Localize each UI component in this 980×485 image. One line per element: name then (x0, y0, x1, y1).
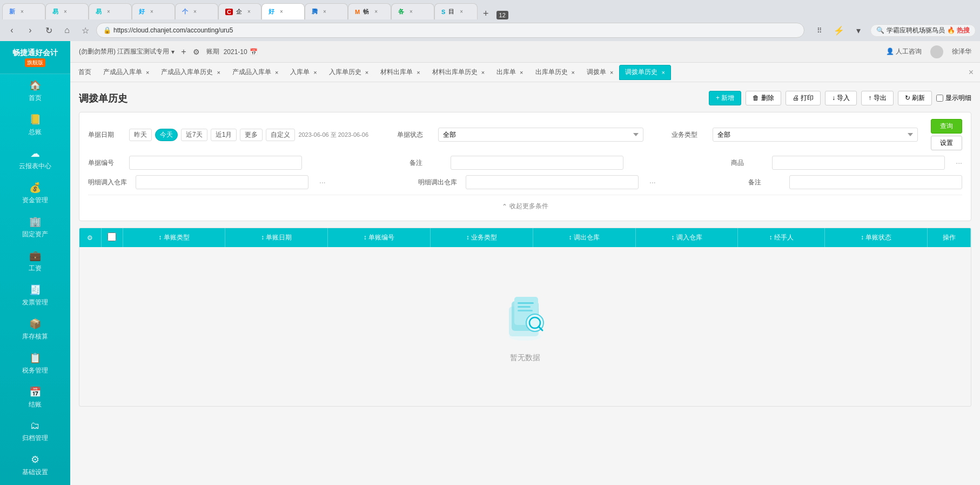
col-checkbox[interactable] (101, 228, 123, 247)
tab-close-outboundh[interactable]: × (481, 69, 485, 76)
page-tab-inboundh[interactable]: 入库单历史 × (323, 65, 374, 80)
col-biztype[interactable]: ↕ 业务类型 (430, 228, 533, 247)
date-btn-custom[interactable]: 自定义 (266, 129, 295, 141)
forward-button[interactable]: › (23, 23, 38, 38)
extensions-button[interactable]: ⠿ (812, 23, 827, 38)
status-select[interactable]: 全部 (438, 128, 643, 142)
tab-close-transfer[interactable]: × (610, 69, 613, 76)
browser-tab-4[interactable]: 好 × (132, 3, 175, 19)
col-date[interactable]: ↕ 单账日期 (225, 228, 328, 247)
browser-tab-7[interactable]: 好 × (261, 3, 305, 19)
col-type[interactable]: ↕ 单账类型 (123, 228, 225, 247)
page-tab-out2h[interactable]: 出库单历史 × (529, 65, 581, 80)
billno-input[interactable] (129, 156, 302, 170)
sidebar-item-home[interactable]: 🏠 首页 (0, 74, 70, 108)
display-detail-label[interactable]: 显示明细 (936, 94, 971, 103)
page-tab-out2[interactable]: 出库单 × (491, 65, 529, 80)
tab-close-7[interactable]: × (280, 9, 283, 15)
settings-header-button[interactable]: ⚙ (193, 48, 200, 56)
page-tab-transfer[interactable]: 调拨单 × (581, 65, 619, 80)
sidebar-item-wages[interactable]: 💼 工资 (0, 244, 70, 278)
bookmark-button[interactable]: ☆ (78, 23, 93, 38)
col-handler[interactable]: ↕ 经手人 (738, 228, 825, 247)
out-wh-input[interactable] (466, 175, 639, 189)
browser-tab-11[interactable]: S 目 × (434, 3, 478, 19)
new-tab-button[interactable]: + (478, 8, 494, 19)
sidebar-item-close[interactable]: 📅 结账 (0, 381, 70, 415)
tab-close-outbound[interactable]: × (417, 69, 420, 76)
browser-tab-8[interactable]: 腾 × (305, 3, 348, 19)
browser-tab-6[interactable]: C 企 × (218, 3, 261, 19)
in-wh-input[interactable] (136, 175, 308, 189)
close-all-button[interactable]: × (964, 68, 978, 77)
select-all-checkbox[interactable] (108, 232, 116, 241)
home-nav-button[interactable]: ⌂ (59, 23, 75, 38)
tab-close-9[interactable]: × (374, 9, 378, 15)
goods-input[interactable] (772, 156, 945, 170)
tab-close-10[interactable]: × (410, 9, 413, 15)
col-out-wh[interactable]: ↕ 调出仓库 (533, 228, 635, 247)
sidebar-item-tax[interactable]: 📋 税务管理 (0, 347, 70, 381)
dropdown-button[interactable]: ▾ (851, 23, 866, 38)
import-button[interactable]: ↓ 导入 (825, 91, 857, 105)
export-button[interactable]: ↑ 导出 (861, 91, 893, 105)
browser-tab-1[interactable]: 新 × (2, 3, 45, 19)
date-btn-yesterday[interactable]: 昨天 (129, 129, 152, 141)
back-button[interactable]: ‹ (4, 23, 19, 38)
col-billno[interactable]: ↕ 单账编号 (328, 228, 431, 247)
add-company-button[interactable]: + (181, 47, 186, 57)
note-input[interactable] (451, 156, 623, 170)
company-selector[interactable]: (勿删勿禁用) 江西服宝测试专用 ▾ (79, 47, 174, 56)
goods-more-btn[interactable]: ··· (956, 158, 962, 167)
col-gear[interactable]: ⚙ (79, 228, 101, 247)
tab-close-transferh[interactable]: × (661, 69, 664, 76)
tab-close-inboundh[interactable]: × (365, 69, 368, 76)
sidebar-item-inventory[interactable]: 📦 库存核算 (0, 313, 70, 347)
tab-close-11[interactable]: × (460, 9, 463, 15)
setting-button[interactable]: 设置 (931, 136, 962, 150)
browser-tab-2[interactable]: 易 × (45, 3, 89, 19)
period-selector[interactable]: 账期 2021-10 📅 (206, 47, 258, 56)
refresh-nav-button[interactable]: ↻ (41, 23, 56, 38)
browser-tab-10[interactable]: 各 × (391, 3, 434, 19)
tab-close-ruku2[interactable]: × (275, 69, 278, 76)
query-button[interactable]: 查询 (931, 119, 962, 134)
lightning-button[interactable]: ⚡ (831, 23, 847, 38)
note2-input[interactable] (789, 175, 962, 189)
sidebar-item-reports[interactable]: ☁ 云报表中心 (0, 142, 70, 176)
page-tab-ruku1[interactable]: 产成品入库单 × (97, 65, 155, 80)
delete-button[interactable]: 🗑 删除 (746, 91, 781, 105)
display-detail-checkbox[interactable] (936, 95, 943, 102)
tab-close-ruku1[interactable]: × (146, 69, 149, 76)
date-btn-today[interactable]: 今天 (155, 129, 178, 141)
biztype-select[interactable]: 全部 (713, 128, 918, 142)
browser-tab-9[interactable]: M 畅 × (348, 3, 391, 19)
sidebar-item-finance[interactable]: 💰 资金管理 (0, 176, 70, 210)
browser-tab-5[interactable]: 个 × (175, 3, 218, 19)
browser-tab-3[interactable]: 易 × (89, 3, 132, 19)
out-wh-more-btn[interactable]: ··· (649, 178, 656, 187)
tab-close-1[interactable]: × (21, 9, 24, 15)
col-status[interactable]: ↕ 单账状态 (825, 228, 928, 247)
sidebar-item-archive[interactable]: 🗂 归档管理 (0, 415, 70, 448)
sidebar-item-assets[interactable]: 🏢 固定资产 (0, 210, 70, 244)
page-tab-transferh[interactable]: 调拨单历史 × (619, 65, 670, 80)
sidebar-item-settings[interactable]: ⚙ 基础设置 (0, 448, 70, 482)
sidebar-item-invoice[interactable]: 🧾 发票管理 (0, 278, 70, 313)
user-service-link[interactable]: 👤 人工咨询 (886, 47, 922, 56)
page-tab-outbound[interactable]: 材料出库单 × (374, 65, 426, 80)
print-button[interactable]: 🖨 打印 (786, 91, 821, 105)
tab-close-out2h[interactable]: × (572, 69, 575, 76)
col-in-wh[interactable]: ↕ 调入仓库 (635, 228, 738, 247)
page-tab-ruku1h[interactable]: 产成品入库单历史 × (155, 65, 226, 80)
tab-close-inbound[interactable]: × (313, 69, 317, 76)
page-tab-inbound[interactable]: 入库单 × (284, 65, 323, 80)
sidebar-item-guide[interactable]: 🎯 新手引导 (0, 482, 70, 485)
tab-close-4[interactable]: × (150, 9, 153, 15)
date-btn-1month[interactable]: 近1月 (211, 129, 237, 141)
tab-close-out2[interactable]: × (520, 69, 523, 76)
tab-close-8[interactable]: × (323, 9, 326, 15)
new-button[interactable]: + 新增 (709, 91, 741, 105)
date-btn-7days[interactable]: 近7天 (181, 129, 207, 141)
refresh-button[interactable]: ↻ 刷新 (898, 91, 932, 105)
